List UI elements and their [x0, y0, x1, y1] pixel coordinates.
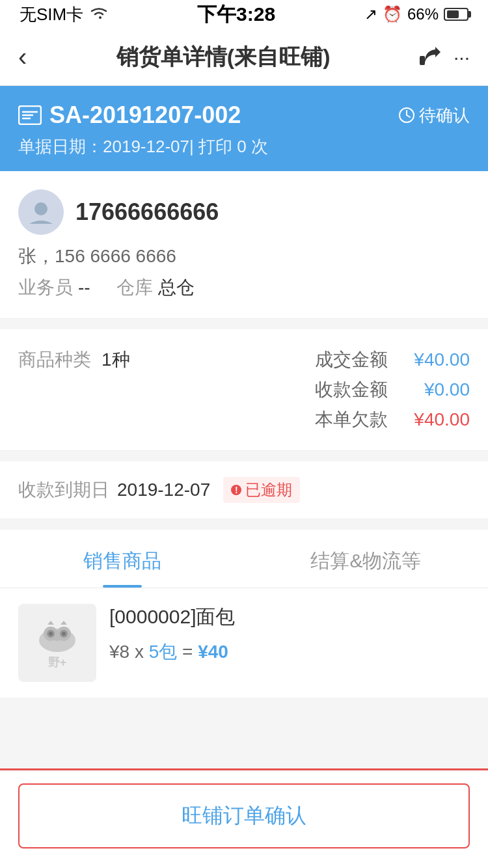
tabs-row: 销售商品 结算&物流等: [0, 530, 488, 588]
tabs-section: 销售商品 结算&物流等: [0, 530, 488, 698]
product-price-row: ¥8 x 5包 = ¥40: [109, 640, 470, 664]
amount-row: 成交金额 ¥40.00: [315, 347, 470, 372]
due-section: 收款到期日 2019-12-07 ! 已逾期: [0, 461, 488, 519]
warehouse-label: 仓库: [116, 275, 153, 300]
nav-actions: ···: [420, 44, 470, 70]
product-section: 野+ [0000002]面包 ¥8 x 5包 = ¥40: [0, 588, 488, 698]
carrier-text: 无SIM卡: [20, 3, 83, 26]
bottom-bar: 旺铺订单确认: [0, 768, 488, 868]
status-bar: 无SIM卡 下午3:28 ↗ ⏰ 66%: [0, 0, 488, 29]
status-right: ↗ ⏰ 66%: [364, 5, 468, 23]
more-icon[interactable]: ···: [454, 46, 470, 68]
owed-row: 本单欠款 ¥40.00: [315, 407, 470, 432]
svg-point-8: [34, 202, 47, 215]
svg-rect-0: [420, 56, 425, 65]
warehouse-item: 仓库 总仓: [116, 275, 195, 300]
status-left: 无SIM卡: [20, 3, 108, 26]
brand-text: 野+: [48, 655, 67, 670]
equals-sign: =: [182, 642, 198, 662]
avatar: [18, 189, 64, 235]
wifi-icon: [90, 5, 108, 25]
price-qty: 5包: [149, 642, 178, 662]
clock-icon: [398, 107, 415, 124]
location-icon: ↗: [364, 5, 377, 23]
product-type: 商品种类 1种: [18, 347, 130, 372]
overdue-badge: ! 已逾期: [223, 477, 300, 503]
brand-logo-icon: [34, 616, 80, 655]
price-total: ¥40: [198, 642, 228, 662]
svg-point-15: [62, 632, 66, 636]
summary-row: 商品种类 1种 成交金额 ¥40.00 收款金额 ¥0.00 本单欠款 ¥40.…: [18, 347, 470, 432]
nav-bar: ‹ 销货单详情(来自旺铺) ···: [0, 29, 488, 86]
alarm-icon: ⏰: [383, 5, 402, 23]
product-thumbnail: 野+: [18, 604, 96, 682]
overdue-dot-icon: !: [231, 485, 241, 495]
svg-point-16: [53, 636, 61, 641]
product-name: [0000002]面包: [109, 604, 470, 631]
svg-point-14: [49, 632, 53, 636]
order-header: SA-20191207-002 待确认 单据日期：2019-12-07| 打印 …: [0, 86, 488, 171]
page-title: 销货单详情(来自旺铺): [116, 42, 331, 72]
customer-section: 17666666666 张，156 6666 6666 业务员 -- 仓库 总仓: [0, 171, 488, 319]
sales-item: 业务员 --: [18, 275, 90, 300]
product-item: 野+ [0000002]面包 ¥8 x 5包 = ¥40: [18, 604, 470, 682]
customer-phone: 17666666666: [75, 198, 219, 226]
order-status: 待确认: [398, 104, 470, 127]
customer-row: 17666666666: [18, 189, 470, 235]
order-id-row: SA-20191207-002 待确认: [18, 102, 470, 129]
amounts: 成交金额 ¥40.00 收款金额 ¥0.00 本单欠款 ¥40.00: [315, 347, 470, 432]
multiply-sign: x: [135, 642, 149, 662]
owed-amount: ¥40.00: [398, 409, 470, 430]
price-unit: ¥8: [109, 642, 129, 662]
battery-percent: 66%: [407, 5, 439, 23]
customer-name: 张，156 6666 6666: [18, 244, 470, 269]
sales-value: --: [78, 277, 90, 298]
summary-section: 商品种类 1种 成交金额 ¥40.00 收款金额 ¥0.00 本单欠款 ¥40.…: [0, 329, 488, 451]
tab-settlement[interactable]: 结算&物流等: [244, 530, 488, 588]
order-date: 单据日期：2019-12-07| 打印 0 次: [18, 135, 470, 158]
confirm-order-button[interactable]: 旺铺订单确认: [18, 783, 470, 848]
svg-line-7: [407, 115, 410, 117]
product-info: [0000002]面包 ¥8 x 5包 = ¥40: [109, 604, 470, 664]
warehouse-value: 总仓: [158, 275, 195, 300]
sales-label: 业务员: [18, 275, 73, 300]
received-row: 收款金额 ¥0.00: [315, 377, 470, 402]
battery-icon: [444, 8, 468, 21]
status-time: 下午3:28: [197, 1, 275, 28]
order-id: SA-20191207-002: [18, 102, 241, 129]
back-button[interactable]: ‹: [18, 42, 27, 72]
share-icon[interactable]: [420, 44, 441, 70]
deal-amount: ¥40.00: [398, 349, 470, 370]
order-icon: [18, 105, 42, 125]
tab-products[interactable]: 销售商品: [0, 530, 244, 588]
received-amount: ¥0.00: [398, 379, 470, 400]
customer-meta: 业务员 -- 仓库 总仓: [18, 275, 470, 300]
